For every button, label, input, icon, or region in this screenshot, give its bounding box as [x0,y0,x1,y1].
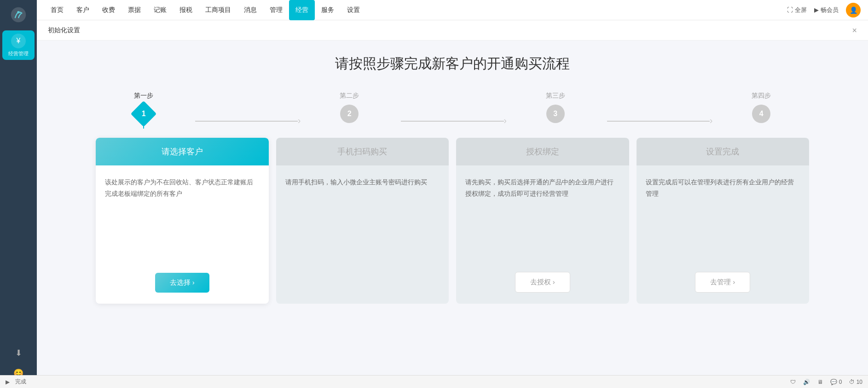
page-title: 初始化设置 [48,26,80,35]
main-heading: 请按照步骤完成新客户的开通购买流程 [64,54,840,73]
screen-icon[interactable]: 🖥 [817,379,823,385]
status-text: 完成 [15,378,26,386]
step-1-diamond: 1 [131,101,157,127]
card-2-body: 请用手机扫码，输入小微企业主账号密码进行购买 [276,165,449,285]
step-1-circle: 1 [134,105,153,129]
sidebar-logo [7,4,29,26]
fullscreen-icon: ⛶ [787,6,793,13]
card-1-footer: 去选择 › [96,265,269,304]
card-2: 手机扫码购买 请用手机扫码，输入小微企业主账号密码进行购买 [276,138,449,304]
nav-service[interactable]: 服务 [315,0,341,20]
timer: ⏱ 10 [849,379,862,385]
step-3-circle: 3 [546,105,565,123]
card-2-header: 手机扫码购买 [276,138,449,165]
nav-home[interactable]: 首页 [44,0,70,20]
card-3: 授权绑定 请先购买，购买后选择开通的产品中的企业用户进行授权绑定，成功后即可进行… [456,138,629,304]
card-1-btn[interactable]: 去选择 › [155,273,209,293]
step-2-circle: 2 [340,105,359,123]
content-area: 请按照步骤完成新客户的开通购买流程 第一步 1 第二步 2 [37,41,868,317]
card-4-header: 设置完成 [637,138,810,165]
fullscreen-btn[interactable]: ⛶ 全屏 [787,6,807,14]
card-4: 设置完成 设置完成后可以在管理列表进行所有企业用户的经营管理 去管理 › [637,138,810,304]
video-icon: ▶ [814,6,819,13]
card-3-footer: 去授权 › [456,265,629,304]
step-3-label: 第三步 [546,92,565,100]
step-1-label: 第一步 [134,92,153,100]
card-3-header: 授权绑定 [456,138,629,165]
play-icon: ▶ [6,379,10,385]
message-count: 💬 0 [830,379,842,385]
cards-row: 请选择客户 该处展示的客户为不在回收站、客户状态正常建账后完成老板端绑定的所有客… [64,138,840,304]
download-icon[interactable]: ⬇ [9,344,28,362]
nav-message[interactable]: 消息 [237,0,263,20]
step-4-wrapper: 第四步 4 [710,92,813,123]
card-1-body: 该处展示的客户为不在回收站、客户状态正常建账后完成老板端绑定的所有客户 [96,165,269,265]
nav-manage[interactable]: 管理 [263,0,289,20]
card-1: 请选择客户 该处展示的客户为不在回收站、客户状态正常建账后完成老板端绑定的所有客… [96,138,269,304]
nav-setting[interactable]: 设置 [341,0,366,20]
card-4-footer: 去管理 › [637,265,810,304]
steps-row: 第一步 1 第二步 2 第三步 3 [64,92,840,129]
card-4-body: 设置完成后可以在管理列表进行所有企业用户的经营管理 [637,165,810,265]
step-1-num: 1 [141,110,145,118]
nav-tax[interactable]: 报税 [173,0,199,20]
step-4-label: 第四步 [752,92,771,100]
top-nav: 首页 客户 收费 票据 记账 报税 工商项目 消息 管理 经营 服务 设置 ⛶ … [37,0,868,20]
card-2-footer [276,285,449,304]
yen-icon: ¥ [11,34,26,48]
svg-point-1 [17,11,19,13]
sidebar-item-jingying[interactable]: ¥ 经营管理 [2,30,35,60]
sidebar: ¥ 经营管理 ⬇ 😊 [0,0,37,388]
card-3-body: 请先购买，购买后选择开通的产品中的企业用户进行授权绑定，成功后即可进行经营管理 [456,165,629,265]
card-3-btn[interactable]: 去授权 › [515,272,570,293]
shield-icon[interactable]: 🛡 [790,379,796,385]
nav-ticket[interactable]: 票据 [122,0,147,20]
close-button[interactable]: × [852,26,857,35]
nav-operation[interactable]: 经营 [289,0,315,20]
connector-3-4 [607,121,710,122]
nav-account[interactable]: 记账 [147,0,173,20]
volume-icon[interactable]: 🔊 [803,379,810,385]
avatar[interactable]: 👤 [846,3,861,18]
step-1-wrapper: 第一步 1 [92,92,195,129]
main-content: 初始化设置 × 请按照步骤完成新客户的开通购买流程 第一步 1 第二步 [37,20,868,388]
nav-industry[interactable]: 工商项目 [199,0,237,20]
vip-btn[interactable]: ▶ 畅会员 [814,6,839,14]
page-header: 初始化设置 × [37,20,868,41]
nav-customer[interactable]: 客户 [70,0,96,20]
status-bar: ▶ 完成 🛡 🔊 🖥 💬 0 ⏱ 10 [0,375,868,388]
step-2-wrapper: 第二步 2 [298,92,401,123]
nav-right: ⛶ 全屏 ▶ 畅会员 👤 [787,3,861,18]
step-2-label: 第二步 [340,92,359,100]
nav-fee[interactable]: 收费 [96,0,122,20]
status-bar-right: 🛡 🔊 🖥 💬 0 ⏱ 10 [790,379,862,385]
step-4-circle: 4 [752,105,770,123]
card-1-header: 请选择客户 [96,138,269,165]
card-4-btn[interactable]: 去管理 › [695,272,750,293]
connector-2-3 [401,121,504,122]
svg-point-0 [11,7,26,22]
step-3-wrapper: 第三步 3 [504,92,607,123]
connector-1-2 [195,121,298,122]
